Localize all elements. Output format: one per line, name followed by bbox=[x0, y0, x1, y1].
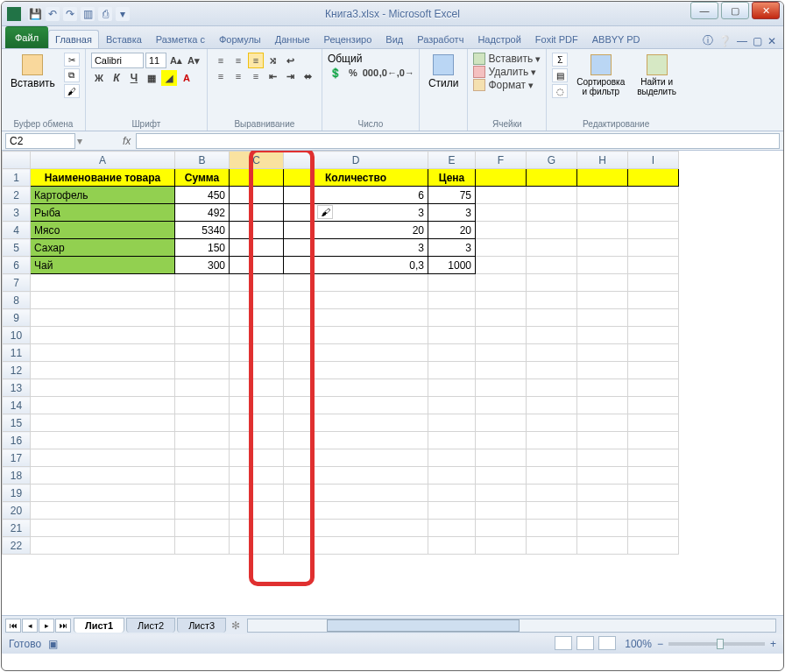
cell-A6[interactable]: Чай bbox=[31, 257, 175, 274]
comma-icon[interactable]: 000 bbox=[363, 65, 378, 81]
row-header-13[interactable]: 13 bbox=[3, 379, 31, 397]
cell-H14[interactable] bbox=[577, 397, 628, 414]
worksheet-grid[interactable]: ABCDEFGHI1Наименование товараСуммаКоличе… bbox=[2, 151, 783, 615]
cell-A2[interactable]: Картофель bbox=[31, 187, 175, 204]
row-header-4[interactable]: 4 bbox=[3, 222, 31, 239]
cell-E1[interactable]: Цена bbox=[428, 169, 476, 187]
tab-view[interactable]: Вид bbox=[378, 30, 410, 48]
cell-I15[interactable] bbox=[628, 414, 679, 432]
cell-I19[interactable] bbox=[628, 485, 679, 502]
cell-D19[interactable] bbox=[284, 485, 428, 502]
col-header-E[interactable]: E bbox=[428, 152, 476, 169]
cell-I22[interactable] bbox=[628, 537, 679, 555]
fx-icon[interactable]: fx bbox=[123, 135, 131, 147]
cut-icon[interactable]: ✂ bbox=[64, 53, 80, 67]
percent-icon[interactable]: % bbox=[345, 65, 361, 81]
cell-A3[interactable]: Рыба bbox=[31, 204, 175, 222]
cell-E16[interactable] bbox=[428, 432, 476, 449]
cell-G20[interactable] bbox=[527, 502, 577, 520]
cell-A8[interactable] bbox=[31, 292, 175, 309]
tab-foxit[interactable]: Foxit PDF bbox=[528, 30, 585, 48]
cell-F2[interactable] bbox=[476, 187, 527, 204]
row-header-9[interactable]: 9 bbox=[3, 309, 31, 327]
cell-H7[interactable] bbox=[577, 274, 628, 292]
cell-F3[interactable] bbox=[476, 204, 527, 222]
tab-formulas[interactable]: Формулы bbox=[212, 30, 268, 48]
cell-B12[interactable] bbox=[175, 362, 230, 379]
cell-E17[interactable] bbox=[428, 449, 476, 467]
border-button[interactable]: ▦ bbox=[144, 70, 159, 86]
cell-C14[interactable] bbox=[230, 397, 284, 414]
cell-H9[interactable] bbox=[577, 309, 628, 327]
currency-icon[interactable]: 💲 bbox=[328, 65, 343, 81]
cell-B13[interactable] bbox=[175, 379, 230, 397]
tab-addins[interactable]: Надстрой bbox=[470, 30, 527, 48]
cell-D5[interactable]: 3 bbox=[284, 239, 428, 257]
cell-C5[interactable] bbox=[230, 239, 284, 257]
cell-F15[interactable] bbox=[476, 414, 527, 432]
font-color-button[interactable]: A bbox=[179, 70, 194, 86]
cell-I3[interactable] bbox=[628, 204, 679, 222]
select-all-corner[interactable] bbox=[3, 152, 31, 169]
underline-button[interactable]: Ч bbox=[126, 70, 142, 86]
qat-print-icon[interactable]: ⎙ bbox=[98, 7, 112, 21]
paste-button[interactable]: Вставить bbox=[7, 53, 59, 91]
namebox-dropdown-icon[interactable]: ▾ bbox=[77, 135, 82, 147]
cell-H16[interactable] bbox=[577, 432, 628, 449]
row-header-10[interactable]: 10 bbox=[3, 327, 31, 344]
cell-H13[interactable] bbox=[577, 379, 628, 397]
col-header-A[interactable]: A bbox=[31, 152, 175, 169]
sheet-tab-1[interactable]: Лист1 bbox=[74, 618, 124, 633]
cell-A1[interactable]: Наименование товара bbox=[31, 169, 175, 187]
cell-I6[interactable] bbox=[628, 257, 679, 274]
cell-H20[interactable] bbox=[577, 502, 628, 520]
cell-D9[interactable] bbox=[284, 309, 428, 327]
cell-E4[interactable]: 20 bbox=[428, 222, 476, 239]
cell-F9[interactable] bbox=[476, 309, 527, 327]
cell-C12[interactable] bbox=[230, 362, 284, 379]
cell-H15[interactable] bbox=[577, 414, 628, 432]
cell-H18[interactable] bbox=[577, 467, 628, 485]
cell-F14[interactable] bbox=[476, 397, 527, 414]
clear-icon[interactable]: ◌ bbox=[552, 84, 568, 98]
merge-icon[interactable]: ⬌ bbox=[301, 68, 316, 84]
cell-D14[interactable] bbox=[284, 397, 428, 414]
cell-D20[interactable] bbox=[284, 502, 428, 520]
cell-H21[interactable] bbox=[577, 520, 628, 537]
cell-B6[interactable]: 300 bbox=[175, 257, 230, 274]
cell-G19[interactable] bbox=[527, 485, 577, 502]
cell-D8[interactable] bbox=[284, 292, 428, 309]
cell-H11[interactable] bbox=[577, 344, 628, 362]
cell-G10[interactable] bbox=[527, 327, 577, 344]
cell-A4[interactable]: Мясо bbox=[31, 222, 175, 239]
insert-options-icon[interactable]: 🖌 bbox=[317, 205, 333, 219]
cell-I1[interactable] bbox=[628, 169, 679, 187]
align-right-icon[interactable]: ≡ bbox=[248, 68, 264, 84]
col-header-D[interactable]: D bbox=[284, 152, 428, 169]
qat-redo-icon[interactable]: ↷ bbox=[63, 7, 77, 21]
close-button[interactable]: ✕ bbox=[752, 2, 780, 19]
qat-dropdown-icon[interactable]: ▾ bbox=[116, 7, 130, 21]
grow-font-icon[interactable]: A▴ bbox=[168, 53, 184, 68]
row-header-1[interactable]: 1 bbox=[3, 169, 31, 187]
cell-A9[interactable] bbox=[31, 309, 175, 327]
cell-C15[interactable] bbox=[230, 414, 284, 432]
cell-F12[interactable] bbox=[476, 362, 527, 379]
tab-home[interactable]: Главная bbox=[48, 30, 99, 48]
zoom-in-icon[interactable]: + bbox=[770, 638, 776, 650]
cell-A12[interactable] bbox=[31, 362, 175, 379]
cell-B4[interactable]: 5340 bbox=[175, 222, 230, 239]
view-layout-icon[interactable] bbox=[576, 636, 594, 650]
tab-developer[interactable]: Разработч bbox=[410, 30, 470, 48]
cell-H1[interactable] bbox=[577, 169, 628, 187]
italic-button[interactable]: К bbox=[109, 70, 124, 86]
cell-H5[interactable] bbox=[577, 239, 628, 257]
col-header-I[interactable]: I bbox=[628, 152, 679, 169]
cell-C9[interactable] bbox=[230, 309, 284, 327]
cell-D6[interactable]: 0,3 bbox=[284, 257, 428, 274]
cell-H4[interactable] bbox=[577, 222, 628, 239]
font-size-select[interactable]: 11 bbox=[145, 53, 166, 68]
cell-E20[interactable] bbox=[428, 502, 476, 520]
autosum-icon[interactable]: Σ bbox=[552, 53, 568, 67]
horizontal-scrollbar[interactable] bbox=[247, 619, 776, 633]
